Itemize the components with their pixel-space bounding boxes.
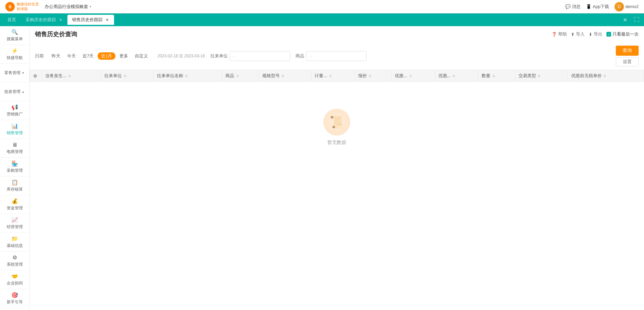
table-header-trade-type[interactable]: 交易类型 ⇅ [515, 70, 568, 82]
sidebar-item-wholesale-mgmt[interactable]: 批发管理 ▲ [0, 83, 29, 101]
tab-sales-history[interactable]: 销售历史价跟踪 ✕ [67, 15, 114, 25]
sidebar-item-ecommerce[interactable]: 🖥 电商管理 [0, 139, 29, 158]
search-icon: 🔍 [11, 29, 18, 35]
show-latest-checkbox[interactable]: ✓ 只看最后一次 [606, 31, 639, 37]
table-header-quantity[interactable]: 数量 ⇅ [478, 70, 515, 82]
avatar: D [614, 2, 624, 11]
sort-icon-biz-date: ⇅ [68, 74, 71, 78]
sort-icon-unit: ⇅ [329, 74, 332, 78]
sidebar-item-finance[interactable]: 💰 资金管理 [0, 195, 29, 214]
message-icon: 💬 [565, 4, 571, 9]
close-purchase-history-tab[interactable]: ✕ [58, 17, 63, 22]
app-download-action[interactable]: 📱 App下载 [586, 4, 609, 10]
date-opt-last1month[interactable]: 近1月 [98, 52, 115, 60]
table-header-settings[interactable]: ⚙ [30, 70, 42, 82]
sidebar-item-basic-info[interactable]: 📁 基础信息 [0, 233, 29, 252]
sort-icon-partner-name: ⇅ [185, 74, 188, 78]
sidebar-item-app-center[interactable]: 📱 应用中心 [0, 308, 29, 310]
tab-purchase-history[interactable]: 采购历史价跟踪 ✕ [21, 15, 67, 25]
filter-settings-button[interactable]: 设置 [616, 57, 639, 66]
sidebar-item-retail-mgmt[interactable]: 零售管理 ▼ [0, 64, 29, 83]
sidebar-item-sales-mgmt[interactable]: 📊 销售管理 [0, 120, 29, 139]
chevron-down-icon: ▾ [90, 5, 91, 8]
app-selector[interactable]: 办公用品行业模拟账套 ▾ [42, 2, 94, 11]
sort-icon-price: ⇅ [369, 74, 371, 78]
checkbox-checked-icon: ✓ [606, 32, 611, 37]
date-opt-custom[interactable]: 自定义 [132, 52, 151, 60]
export-icon: ⬇ [589, 32, 592, 37]
sidebar-item-new-guide[interactable]: 🎯 新手引导 [0, 289, 29, 308]
logo-icon: 6 [5, 2, 15, 11]
guide-icon: 🎯 [11, 292, 18, 298]
table-header-biz-date[interactable]: 业务发生... ⇅ [42, 70, 101, 82]
top-bar-left: 6 畅捷信好生意 标准版 办公用品行业模拟账套 ▾ [5, 2, 94, 11]
partner-input[interactable]: ··· [230, 51, 290, 61]
table-header-discount2[interactable]: 优惠... ⇅ [435, 70, 478, 82]
logo-area: 6 畅捷信好生意 标准版 [5, 2, 39, 11]
table-header: ⚙ 业务发生... ⇅ 往来单位 ⇅ 往来单位名称 ⇅ [30, 70, 644, 82]
data-table: ⚙ 业务发生... ⇅ 往来单位 ⇅ 往来单位名称 ⇅ [30, 70, 644, 82]
query-button[interactable]: 查询 [616, 46, 639, 56]
product-input[interactable]: ··· [306, 51, 367, 61]
product-filter-label: 商品 [296, 53, 304, 59]
inventory-icon: 📋 [11, 179, 18, 186]
partner-filter-field: 往来单位 ··· [210, 51, 290, 61]
sidebar-item-system[interactable]: ⚙ 系统管理 [0, 252, 29, 270]
tab-home[interactable]: 首页 [3, 15, 21, 25]
page-header: 销售历史价查询 ❓ 帮助 ⬆ 导入 ⬇ 导出 ✓ [30, 26, 644, 70]
table-header-partner-code[interactable]: 往来单位 ⇅ [101, 70, 154, 82]
sort-icon-partner-code: ⇅ [124, 74, 126, 78]
logo-text: 畅捷信好生意 标准版 [17, 2, 39, 11]
help-icon: ❓ [551, 32, 557, 37]
date-range: 2023-02-18 至 2023-03-18 [157, 53, 205, 59]
date-opt-yesterday[interactable]: 昨天 [49, 52, 63, 60]
main-layout: 🔍 搜索菜单 ⚡ 快捷导航 零售管理 ▼ 批发管理 ▲ 📢 营销推广 📊 销售管… [0, 26, 644, 310]
date-opt-last7[interactable]: 近7天 [80, 52, 96, 60]
page-title-row: 销售历史价查询 ❓ 帮助 ⬆ 导入 ⬇ 导出 ✓ [35, 30, 639, 38]
sidebar-item-search-menu[interactable]: 🔍 搜索菜单 [0, 26, 29, 45]
message-action[interactable]: 💬 消息 [565, 4, 581, 10]
fullscreen-button[interactable]: ⛶ [632, 16, 641, 23]
table-header-discount1[interactable]: 优惠... ⇅ [391, 70, 435, 82]
filter-row: 日期 昨天 今天 近7天 近1月 更多 自定义 2023-02-18 至 202… [35, 42, 639, 70]
close-all-tabs-button[interactable]: ✕ [621, 16, 629, 24]
user-action[interactable]: D demo2 [614, 2, 639, 11]
sidebar-item-operation[interactable]: 📈 经营管理 [0, 214, 29, 233]
empty-state-illustration: 📜 [323, 109, 350, 136]
operation-icon: 📈 [11, 217, 18, 223]
help-button[interactable]: ❓ 帮助 [551, 31, 567, 37]
table-header-unit[interactable]: 计量... ⇅ [311, 70, 355, 82]
empty-state: 📜 暂无数据 [30, 82, 644, 172]
sidebar-item-marketing[interactable]: 📢 营销推广 [0, 101, 29, 120]
finance-icon: 💰 [11, 198, 18, 204]
sidebar-item-quick-nav[interactable]: ⚡ 快捷导航 [0, 45, 29, 64]
date-options: 昨天 今天 近7天 近1月 更多 自定义 [49, 52, 151, 60]
sort-icon-pretax-price: ⇅ [603, 74, 606, 78]
date-opt-more[interactable]: 更多 [117, 52, 131, 60]
scroll-icon: 📜 [323, 109, 350, 136]
import-button[interactable]: ⬆ 导入 [571, 31, 585, 37]
table-header-spec[interactable]: 规格型号 ⇅ [259, 70, 311, 82]
product-filter-field: 商品 ··· [296, 51, 367, 61]
export-button[interactable]: ⬇ 导出 [589, 31, 602, 37]
sidebar-item-inventory[interactable]: 📋 库存核算 [0, 176, 29, 195]
basic-info-icon: 📁 [11, 236, 18, 242]
sort-icon-quantity: ⇅ [492, 74, 495, 78]
purchase-icon: 🏪 [11, 160, 18, 167]
date-opt-today[interactable]: 今天 [64, 52, 78, 60]
table-header-partner-name[interactable]: 往来单位名称 ⇅ [154, 70, 222, 82]
sidebar-item-enterprise-collab[interactable]: 🤝 企业协同 [0, 270, 29, 289]
table-header-product[interactable]: 商品 ⇅ [222, 70, 259, 82]
partner-filter-label: 往来单位 [210, 53, 228, 59]
sort-icon-spec: ⇅ [281, 74, 284, 78]
date-filter-label: 日期 [35, 53, 44, 59]
system-icon: ⚙ [12, 254, 17, 261]
table-header-pretax-price[interactable]: 优惠前无税单价 ⇅ [568, 70, 644, 82]
close-sales-history-tab[interactable]: ✕ [105, 17, 109, 22]
sort-icon-trade-type: ⇅ [538, 74, 540, 78]
page-actions: ❓ 帮助 ⬆ 导入 ⬇ 导出 ✓ 只看最后一次 [551, 31, 639, 37]
top-bar: 6 畅捷信好生意 标准版 办公用品行业模拟账套 ▾ 💬 消息 📱 App下载 D… [0, 0, 644, 13]
table-header-price[interactable]: 报价 ⇅ [355, 70, 391, 82]
collab-icon: 🤝 [11, 273, 18, 279]
sidebar-item-purchase[interactable]: 🏪 采购管理 [0, 158, 29, 176]
